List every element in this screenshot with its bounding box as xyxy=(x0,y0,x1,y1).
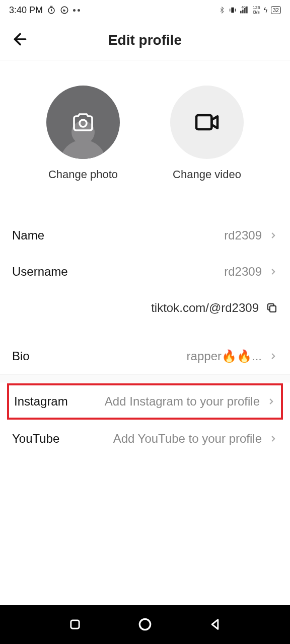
profile-url-row[interactable]: tiktok.com/@rd2309 xyxy=(0,290,290,338)
chevron-right-icon xyxy=(267,397,276,406)
svg-text:4G: 4G xyxy=(241,6,246,9)
svg-point-8 xyxy=(80,120,87,127)
svg-point-12 xyxy=(139,619,150,629)
instagram-label: Instagram xyxy=(14,394,68,409)
status-time: 3:40 PM xyxy=(9,5,43,16)
video-placeholder xyxy=(170,86,244,159)
video-icon xyxy=(193,108,221,136)
instagram-value: Add Instagram to your profile xyxy=(105,394,260,409)
status-bar: 3:40 PM 4G 126B/s ϟ 32 xyxy=(0,0,290,20)
svg-rect-9 xyxy=(196,115,211,129)
status-left: 3:40 PM xyxy=(9,5,80,16)
chevron-right-icon xyxy=(269,267,278,276)
bio-value: rapper🔥🔥... xyxy=(187,349,262,363)
more-dots-icon xyxy=(73,9,80,12)
chevron-right-icon xyxy=(269,231,278,240)
change-video[interactable]: Change video xyxy=(170,86,244,181)
copy-icon[interactable] xyxy=(266,302,278,314)
whatsapp-icon xyxy=(60,6,69,15)
bio-label: Bio xyxy=(12,349,30,363)
timer-icon xyxy=(47,6,56,15)
username-value: rd2309 xyxy=(224,265,262,279)
data-rate: 126B/s xyxy=(253,6,260,15)
youtube-value: Add YouTube to your profile xyxy=(113,432,262,446)
name-label: Name xyxy=(12,228,44,243)
name-value: rd2309 xyxy=(224,228,262,243)
username-row[interactable]: Username rd2309 xyxy=(0,254,290,290)
chevron-right-icon xyxy=(269,434,278,443)
svg-rect-11 xyxy=(70,620,79,628)
svg-rect-4 xyxy=(242,10,243,13)
youtube-label: YouTube xyxy=(12,432,59,446)
camera-icon xyxy=(71,110,95,134)
youtube-row[interactable]: YouTube Add YouTube to your profile xyxy=(0,421,290,457)
change-video-label: Change video xyxy=(173,168,241,181)
recent-apps-button[interactable] xyxy=(68,617,82,631)
svg-rect-10 xyxy=(270,306,276,312)
username-label: Username xyxy=(12,265,68,279)
back-button[interactable] xyxy=(11,30,29,50)
instagram-row[interactable]: Instagram Add Instagram to your profile xyxy=(7,383,283,420)
status-right: 4G 126B/s ϟ 32 xyxy=(219,6,281,15)
fields-section: Name rd2309 Username rd2309 tiktok.com/@… xyxy=(0,217,290,457)
system-nav-bar xyxy=(0,605,290,644)
profile-url: tiktok.com/@rd2309 xyxy=(151,301,259,315)
vibrate-icon xyxy=(229,6,237,14)
bluetooth-icon xyxy=(219,6,226,15)
svg-rect-6 xyxy=(246,7,247,14)
back-nav-button[interactable] xyxy=(208,617,222,631)
bio-row[interactable]: Bio rapper🔥🔥... xyxy=(0,338,290,374)
section-divider xyxy=(0,374,290,382)
header: Edit profile xyxy=(0,20,290,60)
page-title: Edit profile xyxy=(108,32,182,48)
change-photo-label: Change photo xyxy=(48,168,118,181)
arrow-left-icon xyxy=(11,30,29,48)
media-section: Change photo Change video xyxy=(0,86,290,181)
change-photo[interactable]: Change photo xyxy=(46,86,120,181)
home-button[interactable] xyxy=(137,616,153,632)
avatar-placeholder xyxy=(46,86,120,159)
svg-rect-2 xyxy=(231,8,234,13)
charging-icon: ϟ xyxy=(263,6,268,14)
chevron-right-icon xyxy=(269,352,278,361)
svg-point-1 xyxy=(61,7,68,14)
signal-icon: 4G xyxy=(240,6,250,14)
name-row[interactable]: Name rd2309 xyxy=(0,217,290,254)
svg-rect-3 xyxy=(240,11,241,14)
battery-indicator: 32 xyxy=(271,6,281,14)
